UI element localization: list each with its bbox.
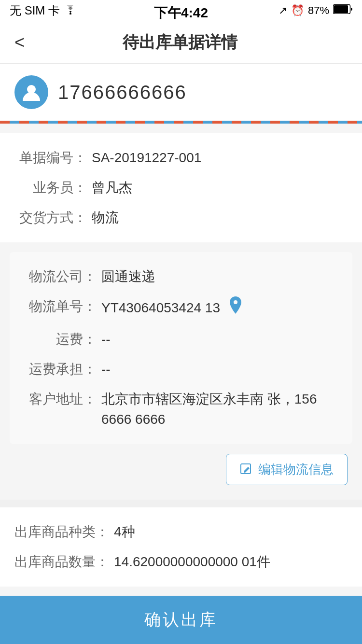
alarm-icon: ⏰ <box>291 4 304 17</box>
page-title: 待出库单据详情 <box>29 31 330 54</box>
user-phone: 17666666666 <box>58 82 187 103</box>
edit-logistics-label: 编辑物流信息 <box>258 461 334 478</box>
goods-section: 出库商品种类： 4种 出库商品数量： 14.62000000000000 01件 <box>0 507 362 587</box>
edit-btn-container: 编辑物流信息 <box>0 444 362 500</box>
address-label: 客户地址： <box>24 389 101 409</box>
svg-rect-2 <box>334 5 348 13</box>
document-number-label: 单据编号： <box>14 148 92 168</box>
address-value: 北京市市辖区海淀区永丰南 张，156 6666 6666 <box>101 389 338 430</box>
freight-bearer-label: 运费承担： <box>24 359 101 379</box>
freight-bearer-row: 运费承担： -- <box>24 359 338 379</box>
tracking-number-label: 物流单号： <box>24 296 101 317</box>
sales-person-label: 业务员： <box>14 178 92 198</box>
battery-icon <box>333 4 352 17</box>
status-right: ↗ ⏰ 87% <box>278 4 352 17</box>
tracking-location-icon[interactable] <box>228 296 243 320</box>
tracking-number-row: 物流单号： YT43064053424 13 <box>24 296 338 320</box>
confirm-button-label: 确认出库 <box>144 609 218 631</box>
goods-quantity-value: 14.62000000000000 01件 <box>114 552 348 572</box>
goods-category-row: 出库商品种类： 4种 <box>14 522 348 542</box>
section-divider <box>0 500 362 507</box>
main-content: 17666666666 单据编号： SA-20191227-001 业务员： 曾… <box>0 64 362 644</box>
freight-label: 运费： <box>24 329 101 350</box>
status-bar: 无 SIM 卡 下午4:42 ↗ ⏰ 87% <box>0 0 362 21</box>
sales-person-row: 业务员： 曾凡杰 <box>14 178 348 198</box>
document-number-value: SA-20191227-001 <box>92 148 348 168</box>
dashed-divider <box>0 121 362 124</box>
delivery-method-value: 物流 <box>92 208 348 228</box>
delivery-method-row: 交货方式： 物流 <box>14 208 348 228</box>
svg-point-0 <box>70 13 71 15</box>
document-number-row: 单据编号： SA-20191227-001 <box>14 148 348 168</box>
status-left: 无 SIM 卡 <box>10 3 77 18</box>
basic-info-section: 单据编号： SA-20191227-001 业务员： 曾凡杰 交货方式： 物流 <box>0 133 362 242</box>
freight-row: 运费： -- <box>24 329 338 350</box>
goods-quantity-row: 出库商品数量： 14.62000000000000 01件 <box>14 552 348 572</box>
battery-text: 87% <box>308 4 329 17</box>
edit-logistics-button[interactable]: 编辑物流信息 <box>226 454 348 485</box>
sales-person-value: 曾凡杰 <box>92 178 348 198</box>
avatar <box>14 75 48 109</box>
edit-icon <box>240 463 253 476</box>
goods-category-value: 4种 <box>114 522 348 542</box>
logistics-company-value: 圆通速递 <box>101 266 338 287</box>
address-row: 客户地址： 北京市市辖区海淀区永丰南 张，156 6666 6666 <box>24 389 338 430</box>
logistics-company-row: 物流公司： 圆通速递 <box>24 266 338 287</box>
confirm-button[interactable]: 确认出库 <box>0 596 362 644</box>
logistics-company-label: 物流公司： <box>24 266 101 287</box>
carrier-text: 无 SIM 卡 <box>10 3 60 18</box>
nav-bar: < 待出库单据详情 <box>0 21 362 64</box>
logistics-card: 物流公司： 圆通速递 物流单号： YT43064053424 13 运费： --… <box>10 252 352 444</box>
goods-category-label: 出库商品种类： <box>14 522 114 542</box>
status-time: 下午4:42 <box>154 4 208 22</box>
freight-value: -- <box>101 329 338 350</box>
freight-bearer-value: -- <box>101 359 338 379</box>
tracking-number-value: YT43064053424 13 <box>101 296 338 320</box>
goods-quantity-label: 出库商品数量： <box>14 552 114 572</box>
location-status-icon: ↗ <box>278 4 287 17</box>
wifi-icon <box>64 4 77 17</box>
user-header: 17666666666 <box>0 64 362 121</box>
delivery-method-label: 交货方式： <box>14 208 92 228</box>
back-button[interactable]: < <box>10 28 29 57</box>
user-avatar-icon <box>21 82 42 103</box>
